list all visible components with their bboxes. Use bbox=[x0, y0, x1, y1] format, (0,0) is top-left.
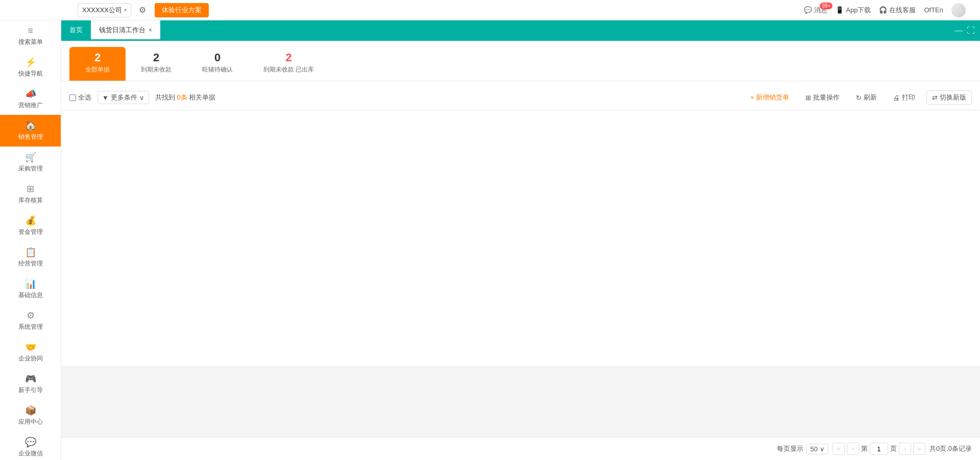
sidebar-label-marketing: 营销推广 bbox=[18, 101, 43, 110]
prev-page-button[interactable]: ‹ bbox=[847, 443, 859, 455]
page-number-input[interactable] bbox=[870, 443, 888, 455]
trial-button[interactable]: 体验行业方案 bbox=[155, 3, 209, 17]
switch-icon: ⇄ bbox=[932, 94, 938, 102]
wechat-icon: 💬 bbox=[25, 437, 36, 448]
tab-0[interactable]: 首页 bbox=[61, 20, 91, 41]
per-page-label: 每页显示 bbox=[777, 444, 803, 453]
print-button[interactable]: 🖨 打印 bbox=[888, 91, 920, 104]
sidebar: 6 畅捷通好生意 标准版 ≡ 搜索菜单 ⚡ 快捷导航 📣 营销推广 🏠 销售管理… bbox=[0, 0, 61, 460]
app-download-label: App下载 bbox=[846, 6, 871, 15]
switch-version-button[interactable]: ⇄ 切换新版 bbox=[926, 90, 972, 105]
select-all-label: 全选 bbox=[78, 93, 91, 102]
sidebar-label-inventory: 库存核算 bbox=[18, 196, 43, 205]
content-inner: 2 全部单据 2 到期未收款 0 旺辅待确认 2 到期未收款 已出库 全选 ▼ … bbox=[61, 41, 980, 366]
tab-bar-right: — ⛶ bbox=[954, 20, 980, 41]
tab-close-1[interactable]: × bbox=[149, 27, 152, 34]
top-bar: XXXXXX公司 ▾ ⚙ 体验行业方案 💬 消息 99+ 📱 App下载 🎧 在… bbox=[0, 0, 980, 20]
tab-label-1: 钱货日清工作台 bbox=[99, 26, 145, 35]
sidebar-item-sales[interactable]: 🏠 销售管理 bbox=[0, 115, 61, 147]
message-button[interactable]: 💬 消息 99+ bbox=[804, 6, 827, 15]
stat-label-overdue: 到期未收款 bbox=[141, 65, 172, 74]
filter-chevron-icon: ∨ bbox=[139, 94, 144, 102]
service-icon: 🎧 bbox=[879, 6, 887, 14]
sidebar-label-system: 系统管理 bbox=[18, 323, 43, 331]
sidebar-label-purchase: 采购管理 bbox=[18, 164, 43, 173]
stat-tab-overdue[interactable]: 2 到期未收款 bbox=[126, 47, 187, 81]
next-page-button[interactable]: › bbox=[899, 443, 911, 455]
page-suffix: 页 bbox=[890, 444, 897, 453]
batch-icon: ⊞ bbox=[805, 94, 811, 102]
online-service-label: 在线客服 bbox=[889, 6, 916, 15]
last-page-button[interactable]: » bbox=[913, 443, 925, 455]
message-icon: 💬 bbox=[804, 6, 812, 14]
sidebar-label-guide: 新手引导 bbox=[18, 386, 43, 395]
operations-icon: 📋 bbox=[25, 247, 36, 258]
select-all-checkbox[interactable]: 全选 bbox=[69, 93, 91, 102]
refresh-label: 刷新 bbox=[864, 93, 877, 102]
stat-label-shipped: 到期未收款 已出库 bbox=[263, 65, 314, 74]
sidebar-item-cooperation[interactable]: 🤝 企业协同 bbox=[0, 336, 61, 368]
sidebar-label-cooperation: 企业协同 bbox=[18, 354, 43, 363]
often-label: OfTEn bbox=[924, 6, 943, 14]
batch-operation-button[interactable]: ⊞ 批量操作 bbox=[800, 91, 845, 104]
avatar[interactable] bbox=[951, 3, 966, 17]
sidebar-item-inventory[interactable]: ⊞ 库存核算 bbox=[0, 178, 61, 210]
stat-tab-shipped[interactable]: 2 到期未收款 已出库 bbox=[248, 47, 329, 81]
sidebar-item-finance[interactable]: 💰 资金管理 bbox=[0, 210, 61, 241]
new-sale-order-button[interactable]: + 新增销货单 bbox=[745, 91, 794, 104]
pagination-bar: 每页显示 50 ∨ « ‹ 第 页 › » 共0页,0条记录 bbox=[61, 437, 980, 460]
guide-icon: 🎮 bbox=[25, 373, 36, 384]
page-nav: « ‹ 第 页 › » bbox=[832, 443, 925, 455]
stat-tab-pending[interactable]: 0 旺辅待确认 bbox=[187, 47, 248, 81]
stat-count-shipped: 2 bbox=[286, 51, 292, 64]
sales-icon: 🏠 bbox=[25, 120, 36, 131]
tab-label-0: 首页 bbox=[69, 26, 83, 35]
quick-nav-icon: ⚡ bbox=[25, 57, 36, 68]
settings-button[interactable]: ⚙ bbox=[135, 3, 150, 17]
basic-info-icon: 📊 bbox=[25, 278, 36, 289]
print-label: 打印 bbox=[902, 93, 915, 102]
toolbar-right: + 新增销货单 ⊞ 批量操作 ↻ 刷新 🖨 打印 ⇄ 切换新版 bbox=[745, 90, 972, 105]
top-right-area: 💬 消息 99+ 📱 App下载 🎧 在线客服 OfTEn bbox=[804, 3, 974, 17]
stat-count-overdue: 2 bbox=[153, 51, 159, 64]
search-menu-icon: ≡ bbox=[28, 26, 33, 36]
company-selector[interactable]: XXXXXX公司 ▾ bbox=[78, 3, 131, 17]
per-page-value: 50 bbox=[810, 445, 817, 453]
switch-label: 切换新版 bbox=[940, 93, 966, 102]
sidebar-item-wechat[interactable]: 💬 企业微信 bbox=[0, 431, 61, 460]
app-download-button[interactable]: 📱 App下载 bbox=[836, 6, 871, 15]
tab-minimize-icon[interactable]: — bbox=[954, 26, 963, 35]
per-page-chevron-icon: ∨ bbox=[820, 445, 825, 453]
sidebar-item-quick-nav[interactable]: ⚡ 快捷导航 bbox=[0, 52, 61, 83]
tab-maximize-icon[interactable]: ⛶ bbox=[967, 26, 975, 35]
total-text: 共0页,0条记录 bbox=[929, 444, 972, 453]
sidebar-item-guide[interactable]: 🎮 新手引导 bbox=[0, 368, 61, 400]
stat-tab-all[interactable]: 2 全部单据 bbox=[69, 47, 126, 81]
checkbox-input[interactable] bbox=[69, 94, 76, 101]
sidebar-item-system[interactable]: ⚙ 系统管理 bbox=[0, 305, 61, 336]
tab-1[interactable]: 钱货日清工作台× bbox=[91, 20, 160, 41]
online-service-button[interactable]: 🎧 在线客服 bbox=[879, 6, 916, 15]
gear-icon: ⚙ bbox=[139, 5, 146, 15]
filter-button[interactable]: ▼ 更多条件 ∨ bbox=[97, 91, 149, 104]
sidebar-item-purchase[interactable]: 🛒 采购管理 bbox=[0, 147, 61, 178]
purchase-icon: 🛒 bbox=[25, 152, 36, 163]
per-page-select[interactable]: 50 ∨ bbox=[806, 444, 828, 454]
sidebar-label-operations: 经营管理 bbox=[18, 259, 43, 268]
marketing-icon: 📣 bbox=[25, 88, 36, 100]
sidebar-item-basic-info[interactable]: 📊 基础信息 bbox=[0, 273, 61, 305]
refresh-icon: ↻ bbox=[856, 94, 862, 102]
sidebar-item-operations[interactable]: 📋 经营管理 bbox=[0, 241, 61, 273]
sidebar-item-search-menu[interactable]: ≡ 搜索菜单 bbox=[0, 20, 61, 52]
finance-icon: 💰 bbox=[25, 215, 36, 226]
first-page-button[interactable]: « bbox=[832, 443, 845, 455]
sidebar-item-marketing[interactable]: 📣 营销推广 bbox=[0, 83, 61, 115]
sidebar-label-search-menu: 搜索菜单 bbox=[18, 38, 43, 46]
sidebar-label-app-center: 应用中心 bbox=[18, 418, 43, 426]
main-content: 2 全部单据 2 到期未收款 0 旺辅待确认 2 到期未收款 已出库 全选 ▼ … bbox=[61, 41, 980, 460]
refresh-button[interactable]: ↻ 刷新 bbox=[851, 91, 882, 104]
result-count: 0条 bbox=[177, 93, 187, 101]
sidebar-item-app-center[interactable]: 📦 应用中心 bbox=[0, 400, 61, 431]
sidebar-label-finance: 资金管理 bbox=[18, 228, 43, 236]
message-badge: 99+ bbox=[820, 3, 832, 9]
